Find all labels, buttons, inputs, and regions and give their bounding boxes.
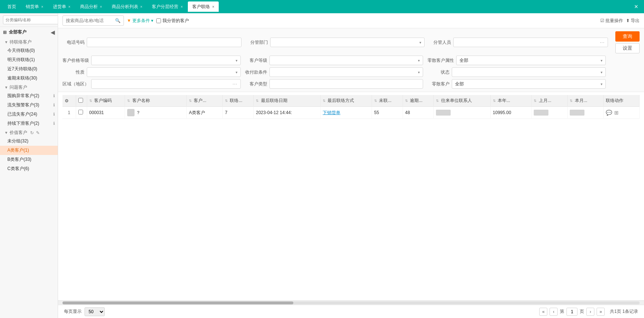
col-current-month-header[interactable]: ⇅ 本月...: [568, 95, 604, 107]
nav-tab-customer-contact[interactable]: 客户联络 ×: [188, 1, 219, 12]
nav-tab-customer-layer[interactable]: 客户分层经营 ×: [147, 1, 187, 12]
sidebar-collapse-icon[interactable]: ◀: [51, 29, 55, 35]
col-last-date-header[interactable]: ⇅ 最后联络日期: [254, 95, 321, 107]
nav-tab-purchase-close[interactable]: ×: [68, 5, 71, 9]
value-group-label[interactable]: ▼ 价值客户 ↻ ✎: [0, 128, 58, 137]
filter-price-grade-input[interactable]: ▾: [91, 56, 241, 65]
settings-button[interactable]: 设置: [615, 43, 640, 53]
pending-group-label[interactable]: ▼ 待联络客户: [0, 38, 58, 46]
hoard-abnormal-info-icon: ℹ: [53, 93, 55, 98]
col-contact-count-header[interactable]: ⇅ 联络...: [222, 95, 253, 107]
sidebar-item-b-class[interactable]: B类客户(33): [0, 155, 58, 164]
filter-retail-attr-input[interactable]: 全部 ▾: [456, 56, 606, 65]
row-last-method-value[interactable]: 下销货单: [323, 110, 340, 115]
filter-group-manager: 分管人员 ···: [429, 38, 608, 47]
filter-payment-input[interactable]: ▾: [269, 67, 423, 77]
col-current-year-header[interactable]: ⇅ 本年...: [490, 95, 532, 107]
sidebar-item-ungroup[interactable]: 未分组(32): [0, 137, 58, 146]
all-customers-header[interactable]: ⊞ 全部客户 ◀: [0, 27, 58, 38]
col-level-header[interactable]: ⇅ 客户...: [187, 95, 223, 107]
col-code-header[interactable]: ⇅ 客户编码: [87, 95, 125, 107]
sidebar-item-churn-warning[interactable]: 流失预警客户(3) ℹ: [0, 100, 58, 110]
col-level-label: 客户...: [194, 98, 206, 103]
filter-retail-customer-input[interactable]: 全部 ▾: [452, 79, 606, 89]
sidebar-item-hoard-abnormal[interactable]: 囤购异常客户(2) ℹ: [0, 91, 58, 100]
filter-payment-arrow-icon: ▾: [418, 70, 420, 74]
nav-tab-goods-list-close[interactable]: ×: [140, 5, 143, 9]
sidebar-item-overdue-pending[interactable]: 逾期未联络(30): [0, 74, 58, 83]
filter-payment-label: 收付款条件: [245, 69, 267, 75]
sidebar-item-tomorrow-pending[interactable]: 明天待联络(1): [0, 55, 58, 64]
last-page-button[interactable]: »: [597, 308, 605, 316]
row-action-qr-icon[interactable]: ⊞: [614, 110, 619, 116]
sidebar-item-today-pending[interactable]: 今天待联络(0): [0, 46, 58, 55]
nav-tab-sales-close[interactable]: ×: [41, 5, 43, 9]
horizontal-scrollbar-thumb[interactable]: [62, 301, 293, 304]
sidebar-item-c-class[interactable]: C类客户(6): [0, 164, 58, 173]
col-last-method-header[interactable]: ⇅ 最后联络方式: [320, 95, 372, 107]
page-number-input[interactable]: [566, 308, 577, 316]
filter-manager-dots-icon: ···: [600, 40, 605, 45]
nav-tab-customer-layer-close[interactable]: ×: [180, 5, 183, 9]
nav-tab-goods-analysis-close[interactable]: ×: [100, 5, 102, 9]
sidebar-search-input[interactable]: [3, 15, 58, 24]
filter-nature-input[interactable]: ▾: [87, 67, 241, 77]
filter-dept-input[interactable]: ▾: [270, 38, 425, 47]
filter-customer-grade-input[interactable]: ▾: [269, 56, 423, 65]
first-page-button[interactable]: «: [539, 308, 547, 316]
query-button[interactable]: 查询: [615, 31, 640, 42]
filter-panel: 电话号码 分管部门 ▾ 分管人员 ···: [58, 28, 644, 92]
filter-region-input[interactable]: ···: [91, 79, 241, 89]
sidebar-item-7days-pending[interactable]: 近7天待联络(0): [0, 64, 58, 74]
col-not-contacted-header[interactable]: ⇅ 未联...: [372, 95, 402, 107]
export-button[interactable]: ⬆ 导出: [626, 18, 640, 24]
problem-group-label[interactable]: ▼ 问题客户: [0, 83, 58, 91]
row-name-cell: ？: [125, 107, 187, 119]
per-page-select[interactable]: 50 100 200: [85, 307, 105, 316]
filter-phone-input[interactable]: [87, 38, 242, 47]
sidebar-item-churned[interactable]: 已流失客户(24) ℹ: [0, 110, 58, 119]
content-area: 🔍 ▼ 更多条件 ▾ 我分管的客户 ☑ 批量操作 ⬆ 导出: [58, 13, 644, 318]
col-code-sort-icon: ⇅: [89, 99, 92, 103]
select-all-checkbox[interactable]: [78, 98, 83, 103]
filter-status-input[interactable]: ▾: [452, 67, 606, 77]
horizontal-scrollbar[interactable]: [62, 301, 640, 304]
value-group-refresh-icon[interactable]: ↻: [30, 130, 34, 135]
filter-manager-input[interactable]: ···: [453, 38, 608, 47]
row-action-chat-icon[interactable]: 💬: [606, 110, 612, 116]
sidebar-item-a-class[interactable]: A类客户(1): [0, 146, 58, 155]
row-last-date-cell: 2023-04-12 14:44:: [254, 107, 321, 119]
value-group-edit-icon[interactable]: ✎: [36, 130, 40, 135]
pending-group-text: 待联络客户: [10, 39, 32, 45]
main-search-icon[interactable]: 🔍: [115, 18, 121, 23]
nav-tab-goods-list[interactable]: 商品分析列表 ×: [107, 1, 147, 12]
sidebar-item-declining[interactable]: 持续下滑客户(2) ℹ: [0, 119, 58, 128]
col-last-month-header[interactable]: ⇅ 上月...: [532, 95, 568, 107]
nav-tab-customer-contact-close[interactable]: ×: [212, 5, 214, 9]
filter-customer-type-input[interactable]: [269, 79, 423, 89]
total-records-label: 共1页 1条记录: [610, 308, 638, 315]
filter-icon: ▼: [127, 18, 131, 23]
col-contact-person-header[interactable]: ⇅ 往来单位联系人: [434, 95, 490, 107]
nav-tab-goods-analysis[interactable]: 商品分析 ×: [76, 1, 107, 12]
col-name-header[interactable]: ⇅ 客户名称: [125, 95, 187, 107]
col-settings[interactable]: ⚙: [62, 95, 76, 107]
main-search-input[interactable]: [66, 18, 114, 23]
a-class-label: A类客户(1): [7, 147, 29, 153]
churn-warning-label: 流失预警客户(3): [7, 102, 39, 108]
nav-tab-sales[interactable]: 销货单 ×: [21, 1, 48, 12]
filter-row-1: 电话号码 分管部门 ▾ 分管人员 ···: [62, 31, 640, 53]
more-conditions-button[interactable]: ▼ 更多条件 ▾: [127, 18, 153, 24]
nav-tab-home[interactable]: 首页: [3, 1, 21, 12]
col-overdue-header[interactable]: ⇅ 逾期...: [403, 95, 434, 107]
filter-group-customer-type: 客户类型: [245, 79, 423, 89]
row-checkbox[interactable]: [78, 110, 83, 114]
batch-op-button[interactable]: ☑ 批量操作: [600, 18, 623, 24]
my-customers-checkbox[interactable]: [156, 18, 161, 23]
nav-tab-purchase[interactable]: 进货单 ×: [49, 1, 75, 12]
filter-phone-label: 电话号码: [62, 39, 85, 46]
next-page-button[interactable]: ›: [586, 308, 594, 316]
prev-page-button[interactable]: ‹: [550, 308, 558, 316]
window-close-button[interactable]: ×: [631, 3, 641, 11]
settings-icon[interactable]: ⚙: [65, 98, 69, 103]
